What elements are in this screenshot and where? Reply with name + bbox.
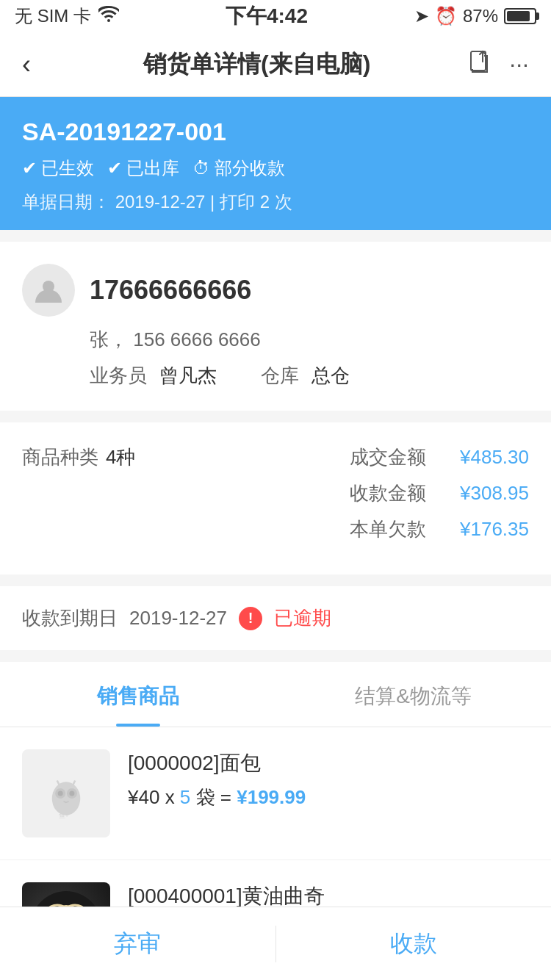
customer-phone: 17666666666 [90, 275, 251, 306]
check-icon-active: ✔ [22, 158, 37, 179]
payment-due-section: 收款到期日 2019-12-27 ! 已逾期 [0, 586, 551, 650]
alarm-icon: ⏰ [435, 6, 457, 26]
overdue-badge: 已逾期 [274, 605, 331, 631]
bottom-bar: 弃审 收款 [0, 907, 551, 980]
product-total-1: ¥199.99 [237, 786, 306, 808]
back-button[interactable]: ‹ [22, 49, 31, 80]
stats-left: 商品种类 4种 [22, 444, 253, 473]
share-button[interactable] [468, 50, 491, 79]
payment-due-label: 收款到期日 [22, 605, 118, 631]
collected-label: 收款金额 [350, 480, 426, 506]
order-banner: SA-20191227-001 ✔ 已生效 ✔ 已出库 ⏱ 部分收款 单据日期：… [0, 97, 551, 230]
sales-label: 业务员 [90, 364, 147, 386]
debt-label: 本单欠款 [350, 516, 426, 542]
svg-point-2 [52, 782, 81, 815]
customer-meta: 业务员 曾凡杰 仓库 总仓 [90, 363, 529, 389]
battery-percent: 87% [463, 6, 498, 26]
transaction-label: 成交金额 [350, 444, 426, 470]
location-icon: ➤ [414, 6, 429, 26]
status-shipped: ✔ 已出库 [107, 156, 179, 180]
list-item: 鱼+ [0000002]面包 ¥40 x 5 袋 = ¥199.99 [0, 727, 551, 860]
svg-text:鱼+: 鱼+ [59, 812, 69, 819]
clock-icon: ⏱ [192, 158, 210, 179]
cancel-button[interactable]: 弃审 [0, 913, 276, 975]
product-types-label: 商品种类 [22, 444, 98, 470]
sales-name: 曾凡杰 [159, 364, 217, 386]
order-date-row: 单据日期： 2019-12-27 | 打印 2 次 [22, 190, 529, 214]
tab-settlement[interactable]: 结算&物流等 [276, 662, 551, 727]
avatar [22, 264, 75, 317]
tabs-section: 销售商品 结算&物流等 [0, 662, 551, 727]
carrier-label: 无 SIM 卡 [15, 4, 91, 28]
payment-due-date: 2019-12-27 [129, 607, 227, 630]
customer-section: 17666666666 张， 156 6666 6666 业务员 曾凡杰 仓库 … [0, 242, 551, 411]
transaction-amount: ¥485.30 [441, 446, 529, 469]
status-partial: ⏱ 部分收款 [192, 156, 285, 180]
order-status-row: ✔ 已生效 ✔ 已出库 ⏱ 部分收款 [22, 156, 529, 180]
nav-bar: ‹ 销货单详情(来自电脑) ··· [0, 32, 551, 97]
product-types-count: 4种 [106, 444, 135, 470]
status-bar: 无 SIM 卡 下午4:42 ➤ ⏰ 87% [0, 0, 551, 32]
stats-right: 成交金额 ¥485.30 收款金额 ¥308.95 本单欠款 ¥176.35 [253, 444, 529, 552]
check-icon-shipped: ✔ [107, 158, 122, 179]
more-button[interactable]: ··· [509, 51, 529, 78]
collected-amount: ¥308.95 [441, 482, 529, 505]
order-id: SA-20191227-001 [22, 118, 529, 146]
stats-section: 商品种类 4种 成交金额 ¥485.30 收款金额 ¥308.95 本单欠款 ¥… [0, 422, 551, 574]
product-thumbnail-1: 鱼+ [22, 749, 110, 837]
status-active: ✔ 已生效 [22, 156, 94, 180]
status-time: 下午4:42 [226, 2, 308, 30]
svg-point-5 [58, 791, 63, 796]
product-info-1: [0000002]面包 ¥40 x 5 袋 = ¥199.99 [128, 749, 529, 810]
tab-products[interactable]: 销售商品 [0, 662, 276, 727]
wifi-icon [98, 6, 119, 26]
debt-amount: ¥176.35 [441, 518, 529, 541]
overdue-icon: ! [239, 607, 262, 630]
product-price-1: ¥40 x 5 袋 = ¥199.99 [128, 785, 529, 810]
battery-icon [504, 8, 536, 24]
warehouse-name: 总仓 [311, 364, 350, 386]
confirm-button[interactable]: 收款 [276, 913, 552, 975]
nav-actions: ··· [468, 50, 529, 79]
svg-point-6 [69, 791, 74, 796]
product-name-1: [0000002]面包 [128, 749, 529, 777]
customer-name-phone: 张， 156 6666 6666 [90, 327, 529, 353]
product-qty-1: 5 [180, 786, 190, 808]
tabs-row: 销售商品 结算&物流等 [0, 662, 551, 727]
page-title: 销货单详情(来自电脑) [46, 48, 468, 81]
warehouse-label: 仓库 [261, 364, 299, 386]
